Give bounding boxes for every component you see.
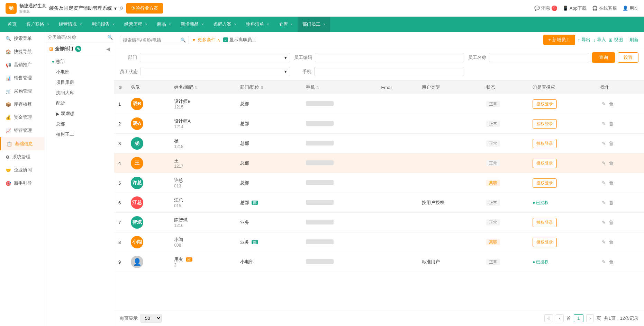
tab-warehouse[interactable]: 仓库 × [274, 17, 298, 32]
export-btn[interactable]: ↑ 导出 [578, 37, 591, 43]
add-employee-button[interactable]: + 新增员工 [543, 35, 575, 45]
emp-code-input[interactable] [315, 53, 464, 62]
edit-btn[interactable]: ✎ [602, 200, 606, 205]
delete-btn[interactable]: 🗑 [609, 121, 614, 126]
delete-btn[interactable]: 🗑 [609, 101, 614, 107]
edit-btn[interactable]: ✎ [602, 121, 606, 126]
edit-btn[interactable]: ✎ [602, 259, 606, 265]
close-icon[interactable]: × [47, 22, 49, 26]
auth-login-btn[interactable]: 授权登录 [533, 218, 557, 227]
current-page[interactable]: 1 [574, 314, 583, 322]
dropdown-icon[interactable]: ▾ [114, 6, 117, 11]
sort-icon[interactable]: ⇅ [261, 86, 263, 89]
show-resigned-toggle[interactable]: ✓ 显示离职员工 [223, 37, 256, 43]
phone-input[interactable] [314, 67, 464, 76]
close-icon[interactable]: × [323, 22, 325, 26]
dept-edit-icon[interactable]: ✎ [75, 46, 81, 52]
dept-collapse-btn[interactable]: ◀ [106, 46, 110, 52]
delete-btn[interactable]: 🗑 [609, 141, 614, 146]
resigned-checkbox[interactable]: ✓ [223, 37, 228, 42]
more-filter-btn[interactable]: ▼ 更多条件 ∧ [192, 37, 220, 43]
emp-name-input[interactable] [489, 53, 589, 62]
edit-btn[interactable]: ✎ [602, 160, 606, 166]
tab-new-goods[interactable]: 新增商品 × [176, 17, 208, 32]
edit-btn[interactable]: ✎ [602, 101, 606, 107]
message-btn[interactable]: 💬 消息 5 [534, 5, 557, 11]
table-settings-icon[interactable]: ⚙ [118, 85, 123, 90]
tab-history[interactable]: 经营历程 × [119, 17, 152, 32]
edit-btn[interactable]: ✎ [602, 220, 606, 225]
tab-customer[interactable]: 客户联络 × [21, 17, 54, 32]
sidebar-item-marketing[interactable]: 📢 营销推广 [0, 58, 45, 71]
dept-node-shenyang[interactable]: 沈阳大库 [45, 88, 114, 98]
close-icon[interactable]: × [234, 22, 236, 26]
sidebar-item-info[interactable]: 📋 基础信息 [0, 137, 45, 150]
delete-btn[interactable]: 🗑 [609, 259, 614, 265]
auth-login-btn[interactable]: 授权登录 [533, 238, 557, 247]
edit-btn[interactable]: ✎ [602, 141, 606, 146]
tab-barcode[interactable]: 条码方案 × [209, 17, 241, 32]
sidebar-item-search[interactable]: 🔍 搜索菜单 [0, 32, 45, 45]
dept-node-headquarter[interactable]: ▾ 总部 [45, 56, 114, 67]
edit-btn[interactable]: ✎ [602, 239, 606, 245]
dept-select[interactable]: ▾ [140, 53, 290, 62]
auth-login-btn[interactable]: 授权登录 [533, 119, 557, 129]
emp-status-select[interactable]: ▾ [140, 67, 290, 76]
close-icon[interactable]: × [80, 22, 82, 26]
search-icon[interactable]: 🔍 [180, 37, 186, 43]
dept-node-project[interactable]: 项目库房 [45, 77, 114, 88]
delete-btn[interactable]: 🗑 [609, 200, 614, 205]
tab-profit[interactable]: 利润报告 × [87, 17, 119, 32]
sidebar-item-finance[interactable]: 💰 资金管理 [0, 111, 45, 124]
user-btn[interactable]: 👤 用友 [623, 5, 638, 11]
trial-button[interactable]: 体验行业方案 [126, 3, 163, 14]
close-icon[interactable]: × [112, 22, 115, 26]
dept-search-icon[interactable]: 🔍 [107, 35, 113, 40]
import-btn[interactable]: ↓ 导入 [593, 37, 606, 43]
dept-node-zongbu[interactable]: 总部 [45, 119, 114, 129]
close-icon[interactable]: × [201, 22, 203, 26]
app-download-btn[interactable]: 📱 App下载 [563, 5, 587, 11]
first-page-btn[interactable]: « [544, 314, 553, 322]
auth-login-btn[interactable]: 授权登录 [533, 99, 557, 109]
auth-login-btn[interactable]: 授权登录 [533, 178, 557, 188]
dept-node-shuangnue[interactable]: ▶ 双虐想 [45, 108, 114, 119]
tab-operation[interactable]: 经营情况 × [54, 17, 87, 32]
sidebar-item-inventory[interactable]: 📦 库存核算 [0, 98, 45, 111]
close-icon[interactable]: × [169, 22, 171, 26]
sidebar-item-purchase[interactable]: 🛒 采购管理 [0, 85, 45, 98]
sort-icon[interactable]: ⇅ [195, 86, 198, 89]
search-button[interactable]: 查询 [592, 52, 615, 63]
delete-btn[interactable]: 🗑 [609, 160, 614, 166]
sidebar-item-sales[interactable]: 📊 销售管理 [0, 71, 45, 85]
dept-node-xiaodibu[interactable]: 小电部 [45, 67, 114, 77]
auth-login-btn[interactable]: 授权登录 [533, 159, 557, 168]
delete-btn[interactable]: 🗑 [609, 180, 614, 186]
prev-page-btn[interactable]: ‹ [556, 314, 563, 322]
tab-bom[interactable]: 物料清单 × [241, 17, 274, 32]
next-page-btn[interactable]: › [586, 314, 594, 322]
sort-icon[interactable]: ⇅ [316, 86, 319, 89]
delete-btn[interactable]: 🗑 [609, 239, 614, 245]
sidebar-item-nav[interactable]: 🏠 快捷导航 [0, 45, 45, 58]
tab-dept-staff[interactable]: 部门员工 × [298, 17, 330, 32]
online-service-btn[interactable]: 🎧 在线客服 [592, 5, 617, 11]
sidebar-item-collab[interactable]: 🤝 企业协同 [0, 164, 45, 177]
settings-icon[interactable]: ⚙ [119, 6, 124, 11]
per-page-select[interactable]: 50 20 100 [140, 314, 162, 323]
auth-login-btn[interactable]: 授权登录 [533, 139, 557, 148]
sidebar-item-system[interactable]: ⚙ 系统管理 [0, 150, 45, 164]
sidebar-item-guide[interactable]: 🎯 新手引导 [0, 177, 45, 190]
edit-btn[interactable]: ✎ [602, 180, 606, 186]
view-btn[interactable]: ⊞ 视图 [609, 37, 623, 43]
search-input[interactable] [123, 37, 178, 43]
sidebar-item-operation[interactable]: 📈 经营管理 [0, 124, 45, 137]
dept-node-peihuo[interactable]: 配货 [45, 98, 114, 108]
delete-btn[interactable]: 🗑 [609, 220, 614, 225]
refresh-btn[interactable]: 刷新 [629, 37, 638, 43]
dept-node-zhishu[interactable]: 植树王二 [45, 129, 114, 140]
dept-search-input[interactable] [48, 35, 106, 40]
close-icon[interactable]: × [145, 22, 147, 26]
tab-home[interactable]: 首页 [3, 17, 21, 32]
close-icon[interactable]: × [267, 22, 269, 26]
